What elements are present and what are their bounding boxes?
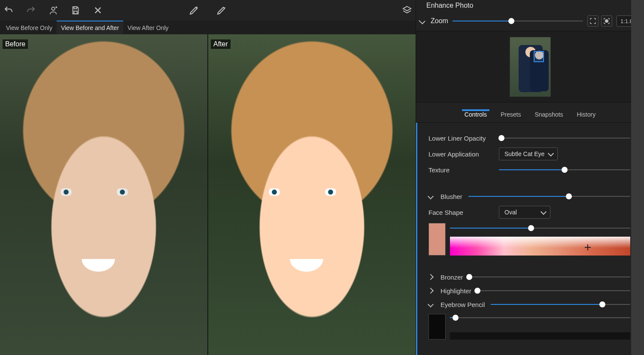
zoom-slider[interactable]	[453, 17, 583, 25]
before-pane[interactable]: Before	[0, 34, 207, 355]
after-badge: After	[211, 39, 231, 49]
face-shape-select[interactable]: Oval	[499, 206, 550, 219]
chevron-down-icon[interactable]	[419, 18, 425, 24]
save-icon[interactable]	[70, 5, 81, 15]
eyebrow-color-swatch[interactable]	[428, 314, 446, 340]
eyebrow-pencil-master-slider[interactable]	[491, 300, 630, 309]
eyebrow-pencil-header[interactable]: Eyebrow Pencil	[440, 301, 485, 308]
brush-add-icon[interactable]	[189, 5, 199, 15]
highlighter-master-slider[interactable]	[477, 286, 630, 295]
tab-presets[interactable]: Presets	[498, 109, 523, 122]
chevron-down-icon	[548, 150, 554, 156]
top-toolbar	[0, 0, 416, 21]
bronzer-header[interactable]: Bronzer	[440, 274, 463, 281]
lower-liner-opacity-label: Lower Liner Opacity	[428, 135, 493, 142]
texture-label: Texture	[428, 166, 493, 174]
tab-controls[interactable]: Controls	[462, 109, 489, 122]
before-badge: Before	[3, 39, 28, 49]
blusher-master-slider[interactable]	[468, 192, 630, 201]
panel-title: Enhance Photo	[426, 2, 473, 9]
redo-icon	[26, 5, 36, 15]
chevron-down-icon	[541, 209, 547, 215]
color-picker-crosshair-icon[interactable]	[585, 244, 591, 250]
blusher-color-gradient[interactable]	[450, 237, 630, 256]
navigator-thumbnail[interactable]	[510, 37, 551, 97]
lower-application-select[interactable]: Subtle Cat Eye	[499, 147, 558, 160]
tab-snapshots[interactable]: Snapshots	[532, 109, 565, 122]
eyebrow-color-slider[interactable]	[450, 314, 630, 321]
controls-panel: Lower Liner Opacity Lower Application Su…	[416, 123, 644, 355]
layers-icon[interactable]	[402, 5, 412, 15]
chevron-down-icon[interactable]	[428, 301, 434, 307]
tab-view-before-only[interactable]: View Before Only	[2, 20, 57, 34]
share-icon[interactable]	[48, 5, 58, 15]
side-panel-tabs: Controls Presets Snapshots History	[416, 102, 644, 123]
compare-view: Before After	[0, 34, 416, 355]
close-icon[interactable]	[93, 5, 103, 15]
bronzer-master-slider[interactable]	[469, 273, 630, 281]
tab-view-after-only[interactable]: View After Only	[123, 20, 173, 34]
tab-view-before-and-after[interactable]: View Before and After	[57, 20, 123, 34]
zoom-section: Zoom 1:1.84	[416, 11, 644, 31]
navigator[interactable]	[416, 31, 644, 102]
chevron-down-icon[interactable]	[428, 193, 434, 199]
brush-remove-icon[interactable]	[216, 5, 227, 15]
lower-application-label: Lower Application	[428, 150, 493, 158]
after-pane[interactable]: After	[207, 34, 416, 355]
chevron-right-icon[interactable]	[428, 288, 434, 294]
face-shape-label: Face Shape	[428, 209, 493, 216]
svg-point-1	[605, 20, 608, 23]
navigator-viewport-box[interactable]	[534, 51, 544, 62]
zoom-face-icon[interactable]	[601, 15, 612, 27]
texture-slider[interactable]	[499, 165, 630, 174]
svg-point-0	[52, 7, 55, 10]
zoom-fit-icon[interactable]	[587, 15, 598, 27]
zoom-label: Zoom	[431, 17, 448, 25]
highlighter-header[interactable]: Highlighter	[440, 287, 471, 295]
side-panel: Enhance Photo Zoom 1:1.84 Controls Prese…	[416, 0, 644, 355]
view-mode-tabs: View Before Only View Before and After V…	[0, 21, 416, 34]
chevron-right-icon[interactable]	[428, 274, 434, 280]
tab-history[interactable]: History	[574, 109, 598, 122]
blusher-header[interactable]: Blusher	[440, 193, 462, 200]
eyebrow-color-gradient[interactable]	[450, 332, 630, 340]
blusher-color-slider[interactable]	[450, 223, 630, 233]
lower-liner-opacity-slider[interactable]	[499, 134, 630, 142]
blusher-color-swatch[interactable]	[428, 223, 446, 256]
right-app-rail	[631, 0, 644, 355]
undo-icon[interactable]	[3, 5, 14, 15]
